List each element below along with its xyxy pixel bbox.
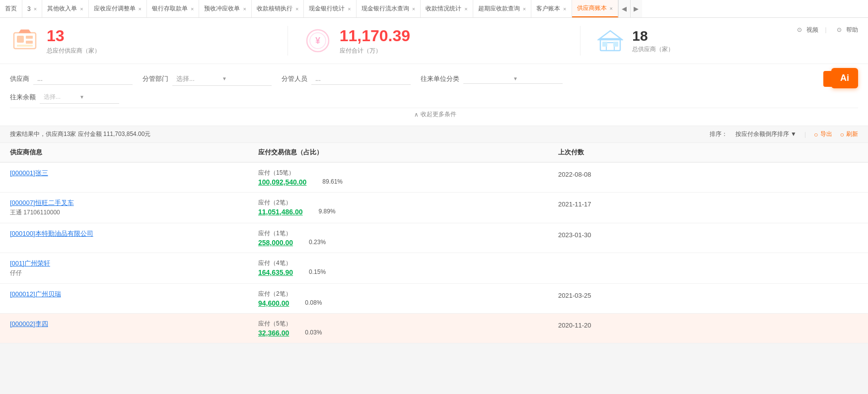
txn-amount-1[interactable]: 100,092,540.00 <box>258 178 306 186</box>
circle-icon: ⊙ <box>797 26 802 33</box>
person-filter-input[interactable] <box>311 73 411 85</box>
txn-amount-6[interactable]: 32,366.00 <box>258 329 289 337</box>
nav-tab-cash-flow-close[interactable]: × <box>412 6 415 12</box>
summary-label-amount: 应付合计（万） <box>340 47 410 55</box>
nav-prev-arrow[interactable]: ◀ <box>618 0 630 18</box>
nav-tab-cash-stat[interactable]: 现金银行统计 × <box>304 0 356 17</box>
nav-tab-overdue-ar-close[interactable]: × <box>523 6 526 12</box>
nav-tab-customer-book-label: 客户账本 <box>536 4 560 13</box>
filter-category: 往来单位分类 ▼ <box>421 74 563 84</box>
nav-tab-receipt-stat[interactable]: 收款情况统计 × <box>421 0 473 17</box>
nav-tab-bank-deposit-close[interactable]: × <box>191 6 194 12</box>
export-button[interactable]: ○ 导出 <box>814 130 832 138</box>
supplier-link-1[interactable]: [000001]张三 <box>10 169 258 178</box>
table-row: [000007]恒旺二手叉车 王通 17106110000 应付（2笔） 11,… <box>0 193 868 223</box>
table-header: 供应商信息 应付交易信息（占比） 上次付数 <box>0 143 868 163</box>
nav-tab-receipt-stat-label: 收款情况统计 <box>426 4 461 13</box>
help-link[interactable]: 帮助 <box>846 26 858 33</box>
person-filter-label: 分管人员 <box>282 74 307 83</box>
balance-filter-select[interactable]: 选择... ▼ <box>40 91 119 104</box>
txn-cell-1: 应付（15笔） 100,092,540.00 89.61% <box>258 169 558 186</box>
nav-tab-receipt-verify[interactable]: 收款核销执行 × <box>252 0 304 17</box>
supplier-filter-input[interactable] <box>33 73 133 85</box>
nav-tab-cash-stat-label: 现金银行统计 <box>309 4 345 13</box>
nav-tab-advance-receive-close[interactable]: × <box>243 6 246 12</box>
dept-filter-label: 分管部门 <box>143 74 168 83</box>
txn-cell-5: 应付（2笔） 94,600.00 0.08% <box>258 290 558 307</box>
nav-tab-3-close[interactable]: × <box>34 6 37 12</box>
nav-tab-ar-ap-adjust[interactable]: 应收应付调整单 × <box>89 0 147 17</box>
filter-balance: 往来余额 选择... ▼ <box>10 91 119 104</box>
nav-tab-customer-book[interactable]: 客户账本 × <box>531 0 572 17</box>
txn-label-6: 应付（5笔） <box>258 320 558 328</box>
txn-amount-3[interactable]: 258,000.00 <box>258 239 293 247</box>
txn-percent-1: 89.61% <box>322 178 343 185</box>
video-link[interactable]: 视频 <box>806 26 818 33</box>
last-pay-1: 2022-08-08 <box>558 169 858 178</box>
supplier-cell-3: [000100]本特勤油品有限公司 <box>10 229 258 238</box>
category-filter-select[interactable]: ▼ <box>463 74 563 84</box>
ai-button[interactable]: Ai <box>831 68 858 88</box>
txn-percent-3: 0.23% <box>309 239 326 246</box>
nav-tab-bank-deposit[interactable]: 银行存取款单 × <box>147 0 199 17</box>
nav-tab-supplier-book-close[interactable]: × <box>610 5 613 11</box>
nav-tab-other-income-close[interactable]: × <box>80 6 83 12</box>
supplier-link-3[interactable]: [000100]本特勤油品有限公司 <box>10 229 258 238</box>
nav-next-arrow[interactable]: ▶ <box>630 0 642 18</box>
summary-label-total: 总供应商（家） <box>632 45 674 54</box>
sort-label: 排序： <box>710 130 727 138</box>
last-pay-4 <box>558 259 858 261</box>
divider-pipe: ｜ <box>823 26 829 33</box>
supplier-link-4[interactable]: [001]广州荣轩 <box>10 259 258 268</box>
svg-rect-4 <box>17 45 33 47</box>
dept-filter-select[interactable]: 选择... ▼ <box>172 72 272 86</box>
nav-tab-other-income[interactable]: 其他收入单 × <box>42 0 88 17</box>
nav-tab-ar-ap-adjust-close[interactable]: × <box>139 6 142 12</box>
txn-percent-2: 9.89% <box>319 208 336 215</box>
nav-tab-supplier-book[interactable]: 供应商账本 × <box>572 0 618 17</box>
svg-rect-13 <box>613 42 618 47</box>
result-summary-text: 搜索结果中，供应商13家 应付金额 111,703,854.00元 <box>10 130 150 138</box>
refresh-button[interactable]: ○ 刷新 <box>840 130 858 138</box>
nav-tab-supplier-book-label: 供应商账本 <box>577 4 607 12</box>
top-navigation: 首页 3 × 其他收入单 × 应收应付调整单 × 银行存取款单 × 预收冲应收单… <box>0 0 868 18</box>
svg-text:¥: ¥ <box>315 36 320 46</box>
summary-text-suppliers: 13 总应付供应商（家） <box>47 26 100 55</box>
txn-amount-4[interactable]: 164,635.90 <box>258 268 293 276</box>
nav-tab-3[interactable]: 3 × <box>22 0 42 17</box>
nav-tab-home[interactable]: 首页 <box>0 0 22 17</box>
txn-label-4: 应付（4笔） <box>258 259 558 267</box>
supplier-link-6[interactable]: [000002]李四 <box>10 320 258 328</box>
col-header-supplier: 供应商信息 <box>10 148 258 157</box>
nav-tab-customer-book-close[interactable]: × <box>563 6 566 12</box>
summary-text-total: 18 总供应商（家） <box>632 28 674 54</box>
nav-tab-cash-stat-close[interactable]: × <box>348 6 351 12</box>
txn-amount-5[interactable]: 94,600.00 <box>258 299 289 307</box>
circle-icon-2: ⊙ <box>837 26 842 33</box>
collapse-button[interactable]: ∧ 收起更多条件 <box>10 108 858 121</box>
txn-cell-2: 应付（2笔） 11,051,486.00 9.89% <box>258 198 558 216</box>
balance-filter-placeholder: 选择... <box>44 93 79 101</box>
sort-button[interactable]: 按应付余额倒序排序 ▼ <box>735 130 796 138</box>
filter-person: 分管人员 <box>282 73 411 85</box>
txn-cell-3: 应付（1笔） 258,000.00 0.23% <box>258 229 558 247</box>
amount-icon: ¥ <box>303 26 333 56</box>
supplier-sub-2: 王通 17106110000 <box>10 208 258 217</box>
nav-tab-cash-flow[interactable]: 现金银行流水查询 × <box>357 0 421 17</box>
summary-item-suppliers: 13 总应付供应商（家） <box>10 26 273 56</box>
svg-rect-3 <box>26 41 33 44</box>
table-row: [000002]李四 应付（5笔） 32,366.00 0.03% 2020-1… <box>0 314 868 343</box>
table-row: [000012]广州贝瑞 应付（2笔） 94,600.00 0.08% 2021… <box>0 284 868 314</box>
supplier-link-5[interactable]: [000012]广州贝瑞 <box>10 290 258 299</box>
nav-tab-receipt-stat-close[interactable]: × <box>464 6 467 12</box>
nav-tab-receipt-verify-close[interactable]: × <box>295 6 298 12</box>
nav-tab-receipt-verify-label: 收款核销执行 <box>257 4 292 13</box>
nav-tab-advance-receive[interactable]: 预收冲应收单 × <box>199 0 251 17</box>
category-arrow-icon: ▼ <box>513 76 559 81</box>
supplier-link-2[interactable]: [000007]恒旺二手叉车 <box>10 198 258 207</box>
txn-cell-6: 应付（5笔） 32,366.00 0.03% <box>258 320 558 337</box>
actions-divider: | <box>804 131 806 138</box>
txn-amount-2[interactable]: 11,051,486.00 <box>258 208 303 216</box>
supplier-cell-2: [000007]恒旺二手叉车 王通 17106110000 <box>10 198 258 217</box>
nav-tab-overdue-ar[interactable]: 超期应收款查询 × <box>473 0 531 17</box>
